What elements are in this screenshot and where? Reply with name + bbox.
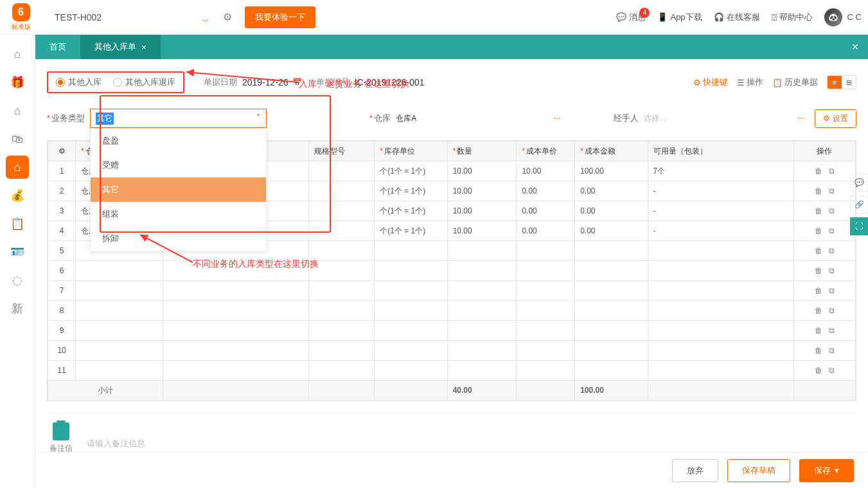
sidebar-shop-icon[interactable]: ⌂ [6, 99, 29, 122]
delete-icon[interactable]: 🗑 [815, 326, 822, 335]
delete-icon[interactable]: 🗑 [815, 306, 822, 315]
top-header: 6 标准版 TEST-H002 ⚙ 我要体验一下 💬 消息 4 📱 App下载 … [0, 0, 868, 35]
gear-header-icon[interactable]: ⚙ [48, 141, 76, 161]
radio-inbound[interactable]: 其他入库 [56, 77, 102, 88]
delete-icon[interactable]: 🗑 [815, 286, 822, 295]
copy-icon[interactable]: ⧉ [829, 266, 835, 275]
business-mode-radios: 其他入库 其他入库退库 [47, 71, 184, 93]
copy-icon[interactable]: ⧉ [829, 186, 835, 195]
sidebar-new-icon[interactable]: 新 [6, 297, 29, 320]
app-download-link[interactable]: 📱 App下载 [657, 12, 702, 23]
copy-icon[interactable]: ⧉ [829, 366, 835, 375]
shortcut-link[interactable]: ⚙ 快捷键 [693, 77, 728, 88]
logo[interactable]: 6 标准版 [6, 3, 35, 32]
chat-icon[interactable]: 💬 [850, 174, 868, 192]
left-sidebar: ⌂ 🎁 ⌂ 🛍 ⌂ 💰 📋 🪪 ◌ 新 [0, 35, 35, 488]
right-toolbar: 💬 🔗 ⛶ [850, 174, 868, 239]
view-grid-icon[interactable]: ⊞ [842, 76, 856, 89]
customer-service-link[interactable]: 🎧 在线客服 [714, 12, 760, 23]
table-row[interactable]: 7 🗑⧉ [48, 281, 856, 301]
doc-number-label: 单据编号 [316, 77, 350, 88]
sidebar-id-icon[interactable]: 🪪 [6, 240, 29, 264]
message-icon: 💬 [616, 12, 626, 22]
sidebar-ring-icon[interactable]: ◌ [6, 269, 29, 292]
copy-icon[interactable]: ⧉ [829, 226, 835, 235]
expand-icon[interactable]: ⛶ [850, 217, 868, 235]
copy-icon[interactable]: ⧉ [829, 346, 835, 355]
tab-home[interactable]: 首页 [35, 35, 80, 59]
table-row[interactable]: 10 🗑⧉ [48, 341, 856, 361]
copy-icon[interactable]: ⧉ [829, 246, 835, 255]
copy-icon[interactable]: ⧉ [829, 306, 835, 315]
biz-type-select[interactable]: 其它 ⌃ 盘盈 受赠 其它 组装 拆卸 [90, 109, 267, 128]
notes-input[interactable]: 请输入备注信息 [87, 438, 856, 449]
dropdown-option[interactable]: 受赠 [91, 153, 266, 177]
more-icon[interactable]: ⋯ [797, 114, 806, 123]
sidebar-clipboard-icon[interactable]: 📋 [6, 212, 29, 235]
table-row[interactable]: 8 🗑⧉ [48, 301, 856, 321]
date-label: 单据日期 [204, 77, 237, 88]
view-list-icon[interactable]: ≡ [828, 76, 842, 89]
copy-icon[interactable]: ⧉ [829, 206, 835, 215]
delete-icon[interactable]: 🗑 [815, 167, 822, 176]
delete-icon[interactable]: 🗑 [815, 226, 822, 235]
filter-row: *业务类型 其它 ⌃ 盘盈 受赠 其它 组装 拆卸 *仓库 仓库A ⋯ 经手人 … [47, 108, 856, 129]
delete-icon[interactable]: 🗑 [815, 186, 822, 195]
cta-button[interactable]: 我要体验一下 [245, 6, 315, 28]
copy-icon[interactable]: ⧉ [829, 326, 835, 335]
delete-icon[interactable]: 🗑 [815, 246, 822, 255]
history-link[interactable]: 📋 历史单据 [772, 77, 818, 88]
sidebar-home-icon[interactable]: ⌂ [6, 42, 29, 66]
sidebar-bag-icon[interactable]: 🛍 [6, 127, 29, 150]
delete-icon[interactable]: 🗑 [815, 266, 822, 275]
handler-field[interactable]: 经手人 选择... ⋯ [614, 113, 806, 124]
dropdown-option[interactable]: 组装 [91, 202, 266, 226]
chevron-down-icon: ▾ [835, 465, 839, 475]
save-button[interactable]: 保存▾ [799, 459, 854, 482]
dropdown-option[interactable]: 拆卸 [91, 226, 266, 251]
user-menu[interactable]: 🐼 C C [824, 8, 862, 26]
radio-return[interactable]: 其他入库退库 [113, 77, 175, 88]
table-row[interactable]: 6 🗑⧉ [48, 261, 856, 281]
date-value[interactable]: 2019-12-26 [242, 77, 288, 87]
biz-type-dropdown: 盘盈 受赠 其它 组装 拆卸 [90, 128, 267, 251]
link-icon[interactable]: 🔗 [850, 195, 868, 213]
settings-icon[interactable]: ⚙ [223, 11, 232, 23]
tab-current[interactable]: 其他入库单 × [80, 35, 161, 59]
help-icon: ⍰ [772, 12, 777, 22]
footer-actions: 放弃 保存草稿 保存▾ [35, 452, 868, 488]
copy-icon[interactable]: ⧉ [829, 167, 835, 176]
dropdown-option[interactable]: 盘盈 [91, 129, 266, 153]
message-badge: 4 [639, 8, 650, 18]
biz-type-label: *业务类型 [47, 113, 85, 124]
close-all-tabs[interactable]: × [842, 35, 868, 59]
doc-number-value: IC-20191226-001 [355, 77, 425, 87]
table-row[interactable]: 9 🗑⧉ [48, 321, 856, 341]
phone-icon: 📱 [657, 12, 668, 22]
copy-icon[interactable]: ⧉ [829, 286, 835, 295]
operations-link[interactable]: ☰ 操作 [737, 77, 763, 88]
close-icon[interactable]: × [141, 42, 146, 52]
headset-icon: 🎧 [714, 12, 724, 22]
header-right: 💬 消息 4 📱 App下载 🎧 在线客服 ⍰ 帮助中心 🐼 C C [616, 8, 862, 26]
discard-button[interactable]: 放弃 [672, 459, 718, 482]
delete-icon[interactable]: 🗑 [815, 346, 822, 355]
more-icon[interactable]: ⋯ [553, 114, 562, 123]
dropdown-option[interactable]: 其它 [91, 177, 266, 202]
delete-icon[interactable]: 🗑 [815, 366, 822, 375]
save-draft-button[interactable]: 保存草稿 [727, 459, 790, 482]
view-toggle[interactable]: ≡ ⊞ [827, 75, 856, 89]
delete-icon[interactable]: 🗑 [815, 206, 822, 215]
row1-actions: ⚙ 快捷键 ☰ 操作 📋 历史单据 ≡ ⊞ [693, 75, 856, 89]
help-center-link[interactable]: ⍰ 帮助中心 [772, 12, 813, 23]
messages-link[interactable]: 💬 消息 4 [616, 12, 646, 23]
table-row[interactable]: 11 🗑⧉ [48, 361, 856, 381]
warehouse-field[interactable]: *仓库 仓库A ⋯ [369, 113, 562, 124]
calendar-icon[interactable]: 📅 [292, 78, 302, 87]
settings-button[interactable]: ⚙ 设置 [815, 109, 856, 128]
sidebar-gift-icon[interactable]: 🎁 [6, 71, 29, 94]
tab-bar: 首页 其他入库单 × × [35, 35, 868, 59]
company-select[interactable]: TEST-H002 [55, 12, 215, 23]
sidebar-money-icon[interactable]: 💰 [6, 184, 29, 207]
sidebar-warehouse-icon[interactable]: ⌂ [6, 156, 29, 179]
